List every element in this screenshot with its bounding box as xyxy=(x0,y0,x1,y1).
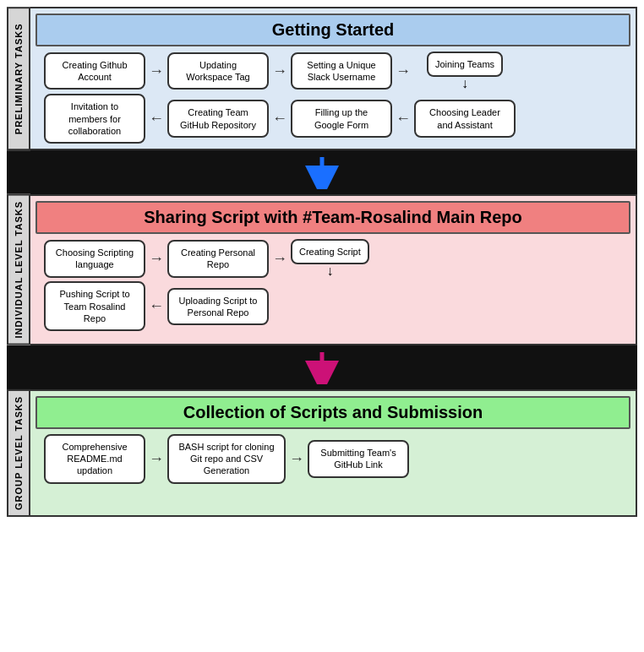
bash-script-box: BASH script for cloning Git repo and CSV… xyxy=(167,434,286,484)
arrow-ind-l1: ← xyxy=(145,297,167,315)
group-rows: Comprehensive README.md updation → BASH … xyxy=(35,434,630,484)
arrow-l3: ← xyxy=(392,110,414,128)
creating-team-repo-box: Creating Team GitHub Repository xyxy=(167,100,269,138)
prelim-row1: Creating Github Account → Updating Works… xyxy=(35,52,630,90)
creating-script-box: Creating Script xyxy=(291,239,369,264)
diagram-wrapper: PRELIMINARY TASKS Getting Started Creati… xyxy=(0,0,644,524)
individual-row2: Pushing Script to Team Rosalind Repo ← U… xyxy=(35,281,630,331)
individual-row1: Choosing Scripting language → Creating P… xyxy=(35,239,630,278)
readme-update-box: Comprehensive README.md updation xyxy=(44,434,145,484)
submitting-link-box: Submitting Team's GitHub Link xyxy=(308,440,409,478)
pink-arrow-connector xyxy=(7,345,637,389)
pink-down-arrow-svg xyxy=(305,350,339,384)
arrow-r3: → xyxy=(392,62,414,80)
creating-github-box: Creating Github Account xyxy=(44,52,145,90)
arrow-r2: → xyxy=(269,62,291,80)
blue-down-arrow-svg xyxy=(305,155,339,189)
updating-workspace-box: Updating Workspace Tag xyxy=(167,52,269,90)
group-label: GROUP LEVEL TASKS xyxy=(7,389,30,517)
creating-script-container: Creating Script ↓ xyxy=(291,239,369,278)
choosing-leader-box: Choosing Leader and Assistant xyxy=(414,100,516,138)
prelim-row2: Invitation to members for collaboration … xyxy=(35,94,630,144)
group-title: Collection of Scripts and Submission xyxy=(35,396,630,429)
group-section: GROUP LEVEL TASKS Collection of Scripts … xyxy=(7,389,637,517)
setting-slack-box: Setting a Unique Slack Username xyxy=(291,52,392,90)
prelim-section: PRELIMINARY TASKS Getting Started Creati… xyxy=(7,7,637,150)
arrow-grp-r2: → xyxy=(286,450,308,468)
arrow-down-joining: ↓ xyxy=(461,77,468,90)
arrow-down-script: ↓ xyxy=(326,264,333,278)
individual-rows: Choosing Scripting language → Creating P… xyxy=(35,239,630,331)
joining-teams-box: Joining Teams xyxy=(427,52,503,77)
arrow-r1: → xyxy=(145,62,167,80)
individual-section: INDIVIDUAL LEVEL TASKS Sharing Script wi… xyxy=(7,194,637,345)
invitation-members-box: Invitation to members for collaboration xyxy=(44,94,145,144)
creating-personal-repo-box: Creating Personal Repo xyxy=(167,240,269,278)
prelim-rows: Creating Github Account → Updating Works… xyxy=(35,52,630,144)
individual-title: Sharing Script with #Team-Rosalind Main … xyxy=(35,201,630,234)
group-content: Collection of Scripts and Submission Com… xyxy=(30,389,637,517)
group-row1: Comprehensive README.md updation → BASH … xyxy=(35,434,630,484)
individual-content: Sharing Script with #Team-Rosalind Main … xyxy=(30,194,637,345)
choosing-language-box: Choosing Scripting language xyxy=(44,240,145,278)
arrow-l2: ← xyxy=(269,110,291,128)
individual-label: INDIVIDUAL LEVEL TASKS xyxy=(7,194,30,345)
arrow-grp-r1: → xyxy=(145,450,167,468)
prelim-title: Getting Started xyxy=(35,14,630,46)
prelim-label: PRELIMINARY TASKS xyxy=(7,7,30,150)
joining-teams-container: Joining Teams ↓ xyxy=(414,52,516,90)
blue-arrow-connector xyxy=(7,150,637,194)
arrow-ind-r2: → xyxy=(269,250,291,268)
filling-form-box: Filling up the Google Form xyxy=(291,100,392,138)
uploading-script-box: Uploading Script to Personal Repo xyxy=(167,288,269,326)
arrow-ind-r1: → xyxy=(145,250,167,268)
arrow-l1: ← xyxy=(145,110,167,128)
pushing-script-box: Pushing Script to Team Rosalind Repo xyxy=(44,281,145,331)
prelim-content: Getting Started Creating Github Account … xyxy=(30,7,637,150)
